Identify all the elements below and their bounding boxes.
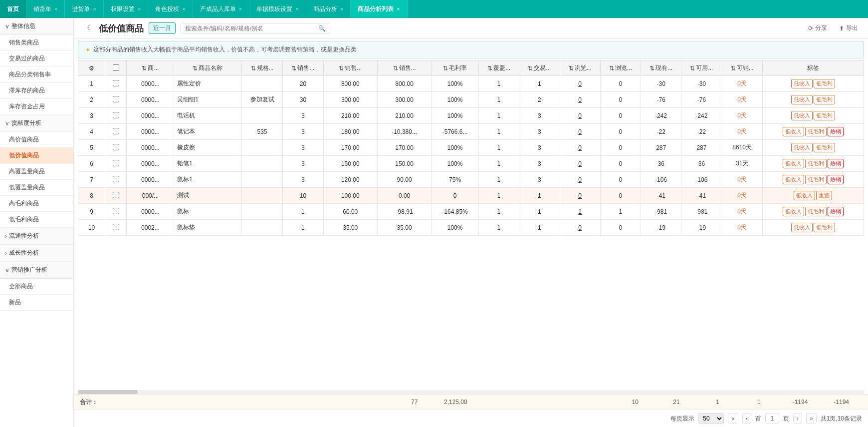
row-browse1-link[interactable]: 0	[578, 128, 582, 135]
row-checkbox[interactable]	[113, 176, 119, 182]
th-gross-rate[interactable]: ⇅毛利率	[432, 61, 479, 76]
row-index: 4	[78, 124, 105, 140]
close-icon[interactable]: ×	[54, 6, 57, 12]
th-avail[interactable]: ⇅可用...	[681, 61, 722, 76]
sort-icon: ⇅	[690, 65, 695, 72]
close-icon[interactable]: ×	[93, 6, 96, 12]
row-browse1-link[interactable]: 0	[578, 176, 582, 183]
nav-analysis-list[interactable]: 商品分析列表 ×	[351, 0, 407, 18]
last-page-button[interactable]: »	[806, 414, 817, 424]
tag-badge: 热销	[828, 159, 844, 168]
row-checkbox[interactable]	[113, 224, 119, 230]
row-trade: 3	[519, 140, 560, 156]
close-icon[interactable]: ×	[397, 6, 400, 12]
sidebar-item-high-value[interactable]: 高价值商品	[0, 132, 73, 148]
nav-sales[interactable]: 销货单 ×	[26, 0, 65, 18]
row-checkbox[interactable]	[113, 96, 119, 102]
th-tag[interactable]: 标签	[762, 61, 864, 76]
row-browse1-link[interactable]: 1	[578, 208, 582, 215]
first-page-button[interactable]: «	[728, 414, 738, 424]
row-browse1: 0	[560, 172, 600, 188]
sidebar-item-low-value[interactable]: 低价值商品	[0, 148, 73, 164]
row-browse1-link[interactable]: 0	[578, 224, 582, 231]
th-sales-amt1[interactable]: ⇅销售...	[323, 61, 377, 76]
close-icon[interactable]: ×	[182, 6, 185, 12]
row-browse1: 0	[560, 92, 600, 108]
th-trade[interactable]: ⇅交易...	[519, 61, 560, 76]
search-input[interactable]	[185, 25, 316, 32]
nav-analysis[interactable]: 商品分析 ×	[306, 0, 351, 18]
horizontal-scrollbar[interactable]	[78, 390, 864, 394]
row-browse1-link[interactable]: 0	[578, 192, 582, 199]
th-sellable[interactable]: ⇅可销...	[722, 61, 762, 76]
sidebar-item-all-goods[interactable]: 全部商品	[0, 279, 73, 295]
next-page-button[interactable]: ›	[793, 414, 802, 424]
per-page-select[interactable]: 50 100 200	[698, 413, 724, 424]
row-checkbox[interactable]	[113, 208, 119, 214]
close-icon[interactable]: ×	[295, 6, 298, 12]
nav-home[interactable]: 首页	[0, 0, 26, 18]
row-trade: 3	[519, 156, 560, 172]
sidebar-item-high-profit[interactable]: 高毛利商品	[0, 196, 73, 212]
nav-warehouse[interactable]: 产成品入库单 ×	[193, 0, 249, 18]
nav-role[interactable]: 角色授权 ×	[148, 0, 193, 18]
sidebar-group-growth[interactable]: › 成长性分析	[0, 245, 73, 262]
close-icon[interactable]: ×	[239, 6, 242, 12]
prev-page-button[interactable]: ‹	[742, 414, 751, 424]
sidebar-group-marketing[interactable]: ∨ 营销推广分析	[0, 262, 73, 279]
nav-template[interactable]: 单据模板设置 ×	[249, 0, 306, 18]
sidebar-item-new-goods[interactable]: 新品	[0, 295, 73, 311]
sidebar-item-traded-goods[interactable]: 交易过的商品	[0, 51, 73, 67]
th-name[interactable]: ⇅商品名称	[174, 61, 241, 76]
th-spec[interactable]: ⇅规格...	[241, 61, 283, 76]
row-browse1-link[interactable]: 0	[578, 144, 582, 151]
search-icon[interactable]: 🔍	[318, 25, 326, 32]
th-sales-qty[interactable]: ⇅销售...	[283, 61, 323, 76]
th-settings[interactable]: ⚙	[78, 61, 105, 76]
sidebar-item-category-rate[interactable]: 商品分类销售率	[0, 67, 73, 83]
sidebar-item-slow-goods[interactable]: 滞库存的商品	[0, 83, 73, 99]
row-browse1-link[interactable]: 0	[578, 96, 582, 103]
select-all-checkbox[interactable]	[113, 64, 119, 71]
row-checkbox[interactable]	[113, 192, 119, 198]
sidebar-item-stock-capital[interactable]: 库存资金占用	[0, 99, 73, 115]
scrollbar-thumb[interactable]	[78, 390, 138, 394]
nav-permission[interactable]: 权限设置 ×	[104, 0, 148, 18]
sidebar-item-high-coverage[interactable]: 高覆盖量商品	[0, 164, 73, 180]
sort-icon: ⇅	[193, 65, 198, 72]
th-code[interactable]: ⇅商...	[127, 61, 174, 76]
row-checkbox[interactable]	[113, 80, 119, 86]
th-sales-amt2[interactable]: ⇅销售...	[377, 61, 431, 76]
row-checkbox[interactable]	[113, 128, 119, 134]
row-browse1-link[interactable]: 0	[578, 112, 582, 119]
row-checkbox[interactable]	[113, 112, 119, 118]
sidebar-item-low-coverage[interactable]: 低覆盖量商品	[0, 180, 73, 196]
close-icon[interactable]: ×	[138, 6, 141, 12]
row-checkbox[interactable]	[113, 160, 119, 166]
row-checkbox[interactable]	[113, 144, 119, 150]
sidebar-group-flow[interactable]: › 流通性分析	[0, 228, 73, 245]
row-stock: -242	[641, 108, 681, 124]
sidebar-group-overall[interactable]: ∨ 整体信息	[0, 18, 73, 35]
th-stock[interactable]: ⇅现有...	[641, 61, 681, 76]
collapse-button[interactable]: 《	[80, 22, 94, 34]
row-browse1-link[interactable]: 0	[578, 160, 582, 167]
row-trade: 3	[519, 108, 560, 124]
share-button[interactable]: ⟳ 分享	[804, 22, 831, 34]
nav-purchase[interactable]: 进货单 ×	[65, 0, 103, 18]
sidebar-group-contribution[interactable]: ∨ 贡献度分析	[0, 115, 73, 132]
th-cover[interactable]: ⇅覆盖...	[479, 61, 519, 76]
sidebar-item-low-profit[interactable]: 低毛利商品	[0, 212, 73, 228]
row-avail: -981	[681, 204, 722, 220]
current-page[interactable]: 1	[765, 414, 779, 424]
th-browse2[interactable]: ⇅浏览...	[600, 61, 641, 76]
th-check[interactable]	[105, 61, 127, 76]
row-browse1-link[interactable]: 0	[578, 80, 582, 87]
close-icon[interactable]: ×	[340, 6, 343, 12]
th-browse1[interactable]: ⇅浏览...	[560, 61, 600, 76]
period-badge[interactable]: 近一月	[149, 22, 176, 34]
tag-badge: 低收入	[794, 191, 815, 200]
export-button[interactable]: ⬆ 导出	[835, 22, 862, 34]
row-sales-qty: 1	[283, 220, 323, 236]
sidebar-item-sales-goods[interactable]: 销售类商品	[0, 35, 73, 51]
